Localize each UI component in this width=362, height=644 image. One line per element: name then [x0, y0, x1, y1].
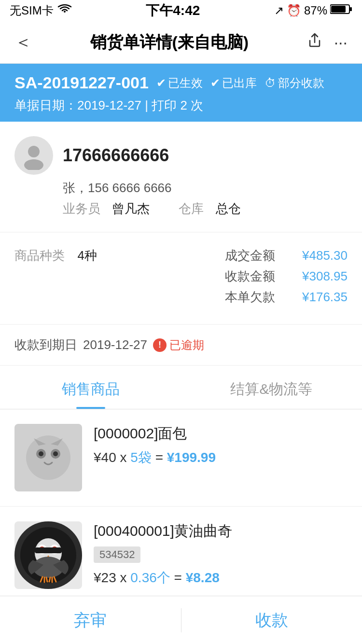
- nav-bar: ＜ 销货单详情(来自电脑) ···: [0, 21, 362, 64]
- sales-value: 曾凡杰: [112, 201, 150, 216]
- battery-text: 87%: [304, 4, 327, 17]
- warehouse-value: 总仓: [216, 201, 241, 216]
- svg-point-8: [39, 451, 43, 456]
- owl-logo: [14, 521, 82, 589]
- sales-label: 业务员: [63, 201, 100, 216]
- equals-2: =: [170, 570, 186, 585]
- debt-row: 本单欠款 ¥176.35: [225, 289, 348, 306]
- due-label: 收款到期日: [14, 336, 77, 353]
- clock-icon: ⏱: [265, 76, 276, 90]
- amount-label: 成交金额: [225, 247, 275, 264]
- product-type: 商品种类 4种: [14, 247, 97, 264]
- received-value: ¥308.95: [285, 269, 348, 284]
- product-price-1: ¥40 x 5袋 = ¥199.99: [94, 448, 348, 467]
- amount-stats: 成交金额 ¥485.30 收款金额 ¥308.95 本单欠款 ¥176.35: [225, 247, 348, 309]
- back-button[interactable]: ＜: [14, 30, 32, 54]
- alarm-icon: ⏰: [287, 4, 301, 17]
- check-icon-2: ✔: [210, 76, 220, 90]
- price-base-1: ¥40 x: [94, 450, 130, 465]
- amount-value: ¥485.30: [285, 248, 348, 263]
- qty-highlight-2: 0.36个: [130, 570, 170, 585]
- overdue-badge: ! 已逾期: [153, 337, 204, 353]
- total-1: ¥199.99: [167, 450, 216, 465]
- equals-1: =: [152, 450, 167, 465]
- avatar: [14, 136, 53, 175]
- tab-products[interactable]: 销售商品: [0, 366, 181, 409]
- product-batch-2: 534532: [94, 546, 140, 563]
- page-title: 销货单详情(来自电脑): [90, 31, 249, 54]
- product-image-1: [14, 424, 82, 491]
- share-icon[interactable]: [307, 33, 322, 52]
- tab-settlement[interactable]: 结算&物流等: [181, 366, 362, 409]
- nav-actions: ···: [307, 33, 348, 52]
- svg-rect-2: [350, 7, 352, 11]
- product-details-1: [0000002]面包 ¥40 x 5袋 = ¥199.99: [94, 424, 348, 467]
- overdue-text: 已逾期: [169, 337, 204, 353]
- status-effective: ✔ 已生效: [156, 75, 203, 91]
- warehouse-label: 仓库: [179, 201, 204, 216]
- location-icon: ↗: [274, 4, 284, 17]
- list-item: [0000002]面包 ¥40 x 5袋 = ¥199.99: [0, 409, 362, 506]
- due-date: 2019-12-27: [83, 337, 147, 352]
- price-base-2: ¥23 x: [94, 570, 130, 585]
- wifi-icon: [57, 4, 72, 17]
- status-delivered: ✔ 已出库: [210, 75, 257, 91]
- status-partial: ⏱ 部分收款: [265, 75, 324, 91]
- debt-label: 本单欠款: [225, 289, 275, 306]
- amount-row: 成交金额 ¥485.30: [225, 247, 348, 264]
- svg-point-5: [26, 435, 70, 480]
- sim-status: 无SIM卡: [10, 3, 54, 18]
- customer-phone: 17666666666: [63, 145, 169, 166]
- order-date: 单据日期：2019-12-27 | 打印 2 次: [14, 97, 348, 114]
- overdue-icon: !: [153, 338, 167, 352]
- due-date-section: 收款到期日 2019-12-27 ! 已逾期: [0, 325, 362, 365]
- svg-point-4: [24, 159, 43, 170]
- status-time: 下午4:42: [146, 1, 200, 20]
- svg-rect-1: [331, 6, 346, 13]
- tabs-section: 销售商品 结算&物流等: [0, 366, 362, 409]
- status-bar: 无SIM卡 下午4:42 ↗ ⏰ 87%: [0, 0, 362, 21]
- more-icon[interactable]: ···: [334, 33, 348, 52]
- battery-icon: [330, 4, 352, 17]
- stats-section: 商品种类 4种 成交金额 ¥485.30 收款金额 ¥308.95 本单欠款 ¥…: [0, 233, 362, 324]
- status-right: ↗ ⏰ 87%: [274, 4, 352, 17]
- product-name-2: [000400001]黄油曲奇: [94, 521, 348, 541]
- total-2: ¥8.28: [186, 570, 220, 585]
- debt-value: ¥176.35: [285, 290, 348, 305]
- customer-name: 张，156 6666 6666: [63, 180, 348, 196]
- check-icon-1: ✔: [156, 76, 166, 90]
- product-name-1: [0000002]面包: [94, 424, 348, 444]
- order-header: SA-20191227-001 ✔ 已生效 ✔ 已出库 ⏱ 部分收款 单据日期：…: [0, 64, 362, 122]
- customer-meta: 业务员 曾凡杰 仓库 总仓: [63, 200, 348, 217]
- type-value: 4种: [77, 248, 97, 263]
- qty-highlight-1: 5袋: [130, 450, 152, 465]
- order-id: SA-20191227-001: [14, 73, 149, 92]
- received-label: 收款金额: [225, 268, 275, 285]
- svg-point-9: [53, 451, 58, 456]
- product-price-2: ¥23 x 0.36个 = ¥8.28: [94, 569, 348, 587]
- received-row: 收款金额 ¥308.95: [225, 268, 348, 285]
- type-label: 商品种类: [14, 248, 65, 263]
- svg-point-3: [28, 146, 40, 157]
- collect-payment-button[interactable]: 收款: [181, 609, 362, 631]
- customer-section: 17666666666 张，156 6666 6666 业务员 曾凡杰 仓库 总…: [0, 122, 362, 232]
- status-left: 无SIM卡: [10, 3, 72, 18]
- reject-button[interactable]: 弃审: [0, 609, 181, 631]
- bottom-bar: 弃审 收款: [0, 596, 362, 644]
- product-image-2: [14, 521, 82, 589]
- list-item: [000400001]黄油曲奇 534532 ¥23 x 0.36个 = ¥8.…: [0, 507, 362, 603]
- product-list: [0000002]面包 ¥40 x 5袋 = ¥199.99: [0, 409, 362, 603]
- svg-rect-18: [35, 547, 62, 553]
- product-details-2: [000400001]黄油曲奇 534532 ¥23 x 0.36个 = ¥8.…: [94, 521, 348, 587]
